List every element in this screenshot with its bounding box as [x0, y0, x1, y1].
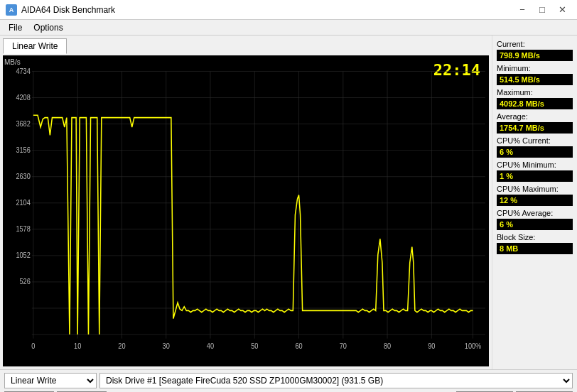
stat-cpu-minimum: CPU% Minimum: 1 % — [497, 160, 573, 182]
menu-file[interactable]: File — [3, 21, 28, 34]
svg-text:40: 40 — [207, 342, 214, 351]
test-type-dropdown[interactable]: Linear Write — [4, 373, 97, 388]
svg-text:2630: 2630 — [16, 173, 30, 181]
stat-maximum: Maximum: 4092.8 MB/s — [497, 88, 573, 109]
drive-dropdown[interactable]: Disk Drive #1 [Seagate FireCuda 520 SSD … — [99, 373, 573, 388]
svg-text:100%: 100% — [465, 342, 482, 351]
menu-options[interactable]: Options — [28, 21, 68, 34]
title-bar: A AIDA64 Disk Benchmark − □ ✕ — [0, 0, 577, 20]
chart-panel: Linear Write MB/s 22:14 4734 4 — [0, 36, 492, 369]
bottom-controls: Linear Write Disk Drive #1 [Seagate Fire… — [0, 369, 577, 392]
stat-minimum: Minimum: 514.5 MB/s — [497, 64, 573, 85]
tab-bar: Linear Write — [3, 38, 489, 54]
stat-average: Average: 1754.7 MB/s — [497, 112, 573, 134]
svg-text:1578: 1578 — [16, 225, 30, 234]
stat-blocksize: Block Size: 8 MB — [497, 233, 573, 254]
svg-text:20: 20 — [118, 342, 125, 351]
window-title: AIDA64 Disk Benchmark — [21, 5, 115, 15]
stat-cpu-maximum: CPU% Maximum: 12 % — [497, 185, 573, 206]
svg-text:3156: 3156 — [16, 146, 30, 155]
close-button[interactable]: ✕ — [553, 3, 571, 17]
stat-cpu-current: CPU% Current: 6 % — [497, 136, 573, 158]
svg-text:80: 80 — [384, 342, 391, 351]
svg-text:10: 10 — [74, 342, 81, 351]
maximize-button[interactable]: □ — [533, 3, 551, 17]
svg-text:4734: 4734 — [16, 67, 31, 75]
stat-current: Current: 798.9 MB/s — [497, 40, 573, 61]
app-icon: A — [6, 4, 17, 16]
svg-text:60: 60 — [295, 342, 302, 351]
svg-text:30: 30 — [163, 342, 170, 351]
svg-text:50: 50 — [251, 342, 258, 351]
chart-svg: 4734 4208 3682 3156 2630 2104 1578 1052 … — [3, 55, 489, 366]
chart-area: MB/s 22:14 4734 4208 3682 3156 — [3, 55, 489, 366]
svg-text:3682: 3682 — [16, 120, 30, 129]
svg-text:4208: 4208 — [16, 93, 30, 102]
stat-cpu-average: CPU% Average: 6 % — [497, 209, 573, 230]
svg-text:1052: 1052 — [16, 251, 30, 260]
svg-text:2104: 2104 — [16, 199, 31, 207]
controls-row1: Linear Write Disk Drive #1 [Seagate Fire… — [4, 373, 573, 388]
tab-linear-write[interactable]: Linear Write — [3, 38, 67, 54]
svg-text:0: 0 — [31, 342, 35, 351]
svg-text:526: 526 — [19, 278, 30, 286]
menu-bar: File Options — [0, 20, 577, 36]
svg-text:70: 70 — [340, 342, 347, 351]
svg-text:90: 90 — [428, 342, 435, 351]
minimize-button[interactable]: − — [513, 3, 532, 17]
stats-panel: Current: 798.9 MB/s Minimum: 514.5 MB/s … — [492, 36, 577, 369]
